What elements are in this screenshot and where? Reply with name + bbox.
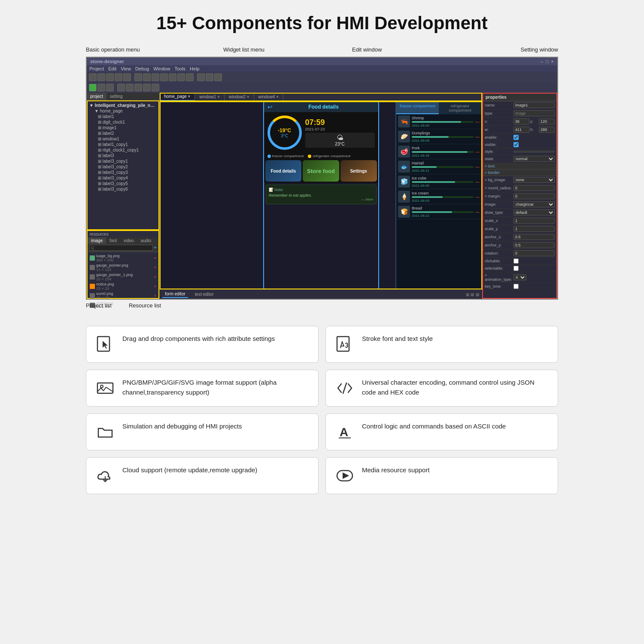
menu-window[interactable]: Window (153, 66, 170, 71)
menu-view[interactable]: View (121, 66, 131, 71)
prop-key-tone-checkbox[interactable] (513, 284, 519, 289)
resource-item-5[interactable]: sum0.png15 × 22 × (89, 291, 157, 301)
tab-project[interactable]: project (87, 93, 106, 100)
tree-item-label3-copy4[interactable]: ⊞ label3_copy4 (88, 175, 158, 181)
tree-item-digit-clock[interactable]: ⊞ digit_clock1 (88, 119, 158, 125)
prop-image-select[interactable]: chargincar (513, 201, 555, 207)
food-del-pork[interactable]: — (475, 149, 480, 154)
food-del-ice-cube[interactable]: — (475, 179, 480, 184)
toolbar2-btn-4[interactable] (117, 84, 125, 91)
food-del-hairtail[interactable]: — (475, 164, 480, 169)
tree-item-label3-copy5[interactable]: ⊞ label3_copy5 (88, 181, 158, 186)
bottom-tab-text[interactable]: text editor (192, 291, 216, 298)
prop-draw-type-select[interactable]: default (513, 210, 555, 216)
bottom-tab-form[interactable]: form editor (162, 291, 188, 298)
prop-bg-image-select[interactable]: none (513, 177, 555, 183)
food-del-ice-cream[interactable]: — (475, 194, 480, 199)
delete-res-3[interactable]: × (154, 275, 156, 279)
hmi-nav-food-details[interactable]: Food details (265, 160, 302, 182)
toolbar-btn-12[interactable] (186, 73, 194, 81)
tab-window4[interactable]: window4 × (254, 93, 284, 100)
tree-item-root[interactable]: ▼ Intelligent_charging_pile_new (88, 103, 158, 108)
menu-project[interactable]: Project (89, 66, 104, 71)
delete-res-4[interactable]: × (154, 284, 156, 289)
toolbar-btn-5[interactable] (123, 73, 131, 81)
delete-res-5[interactable]: × (154, 294, 156, 298)
hmi-back-btn[interactable]: ↩ (267, 103, 273, 110)
toolbar-btn-9[interactable] (160, 73, 168, 81)
toolbar2-btn-5[interactable] (126, 84, 134, 91)
tree-item-image1[interactable]: ⊞ image1 (88, 125, 158, 131)
toolbar-btn-1[interactable] (89, 73, 97, 81)
prop-clickable-checkbox[interactable] (513, 258, 519, 264)
prop-visible-checkbox[interactable] (513, 142, 519, 147)
resource-item-4[interactable]: notice.png15 × 24 × (89, 282, 157, 291)
food-del-bread[interactable]: — (475, 210, 480, 214)
toolbar-btn-15[interactable] (214, 73, 222, 81)
delete-res-2[interactable]: × (154, 265, 156, 270)
minimize-btn[interactable]: – (541, 59, 543, 64)
hmi-nav-settings[interactable]: Settings (340, 160, 377, 182)
toolbar2-btn-8[interactable] (152, 84, 159, 91)
resource-tab-font[interactable]: font (106, 237, 120, 244)
prop-selectable-checkbox[interactable] (513, 266, 519, 271)
toolbar2-btn-6[interactable] (134, 84, 142, 91)
resource-item-1[interactable]: iuage_bg.png300 × 200 × (89, 253, 157, 263)
hmi-nav-store-food[interactable]: Store food (303, 160, 339, 182)
menu-help[interactable]: Help (190, 66, 200, 71)
close-btn[interactable]: × (551, 59, 554, 64)
food-tab-fridge[interactable]: refrigerator compartment (439, 102, 481, 114)
maximize-btn[interactable]: □ (546, 59, 549, 64)
tab-setting[interactable]: setting (106, 93, 126, 100)
resource-item-2[interactable]: gauge_pointer.png11 × 132 × (89, 263, 157, 272)
tree-item-label3-copy3[interactable]: ⊞ label3_copy3 (88, 170, 158, 175)
prop-animation-type-select[interactable]: 4 (513, 274, 526, 280)
toolbar2-btn-3[interactable] (106, 84, 114, 91)
prop-enable-checkbox[interactable] (513, 135, 519, 140)
hmi-info-col: 07:59 2021-07-23 🌤 23°C (305, 118, 375, 148)
resource-search-input[interactable] (89, 245, 153, 251)
toolbar-btn-3[interactable] (106, 73, 114, 81)
tab-home-page[interactable]: home_page × (160, 93, 195, 101)
resource-tab-audio[interactable]: audio (137, 237, 155, 244)
tree-item-label3-copy2[interactable]: ⊞ label3_copy2 (88, 164, 158, 170)
toolbar-btn-8[interactable] (152, 73, 159, 81)
menu-debug[interactable]: Debug (135, 66, 149, 71)
delete-res-1[interactable]: × (154, 256, 156, 260)
food-del-shrimp[interactable]: — (475, 119, 480, 124)
resource-tab-video[interactable]: video (120, 237, 137, 244)
tree-item-home[interactable]: ▼ home_page (88, 108, 158, 114)
toolbar-btn-7[interactable] (143, 73, 151, 81)
toolbar2-btn-7[interactable] (143, 84, 151, 91)
food-tab-freezer[interactable]: freezer compartment (396, 102, 439, 114)
toolbar-btn-14[interactable] (206, 73, 213, 81)
menu-tools[interactable]: Tools (174, 66, 185, 71)
tree-item-clock-copy[interactable]: ⊞ rligit_clock1_copy1 (88, 147, 158, 153)
toolbar-btn-4[interactable] (115, 73, 122, 81)
toolbar-btn-2[interactable] (97, 73, 105, 81)
tree-item-label1-copy1[interactable]: ⊞ label1_copy1 (88, 142, 158, 147)
tab-window1[interactable]: window1 × (195, 93, 225, 100)
toolbar-btn-10[interactable] (169, 73, 176, 81)
food-del-dumplings[interactable]: — (475, 134, 480, 139)
window-controls[interactable]: – □ × (541, 59, 554, 64)
menu-edit[interactable]: Edit (108, 66, 116, 71)
toolbar2-btn-2[interactable] (97, 84, 105, 91)
tree-item-label1[interactable]: ⊞ label1 (88, 114, 158, 119)
resource-add-btn[interactable]: + (154, 245, 157, 251)
toolbar-btn-11[interactable] (177, 73, 185, 81)
tree-item-label3-copy6[interactable]: ⊞ label3_copy6 (88, 186, 158, 192)
tree-item-label3[interactable]: ⊞ label3 (88, 153, 158, 158)
prop-scale-y: scale_y 1 (483, 225, 556, 233)
tree-item-window1[interactable]: ⊞ window1 (88, 136, 158, 142)
toolbar-btn-13[interactable] (197, 73, 205, 81)
tab-window2[interactable]: window2 × (225, 93, 254, 100)
annotation-project-list: Project list (86, 302, 112, 309)
tree-item-label2[interactable]: ⊞ label2 (88, 131, 158, 136)
toolbar-btn-6[interactable] (134, 73, 142, 81)
prop-state-select[interactable]: normal (513, 156, 555, 162)
resource-item-3[interactable]: gauge_pointer_1.png10 × 154 × (89, 272, 157, 282)
resource-tab-image[interactable]: image (88, 237, 106, 244)
toolbar2-btn-1[interactable] (89, 84, 97, 91)
tree-item-label3-copy1[interactable]: ⊞ label3_copy1 (88, 158, 158, 164)
